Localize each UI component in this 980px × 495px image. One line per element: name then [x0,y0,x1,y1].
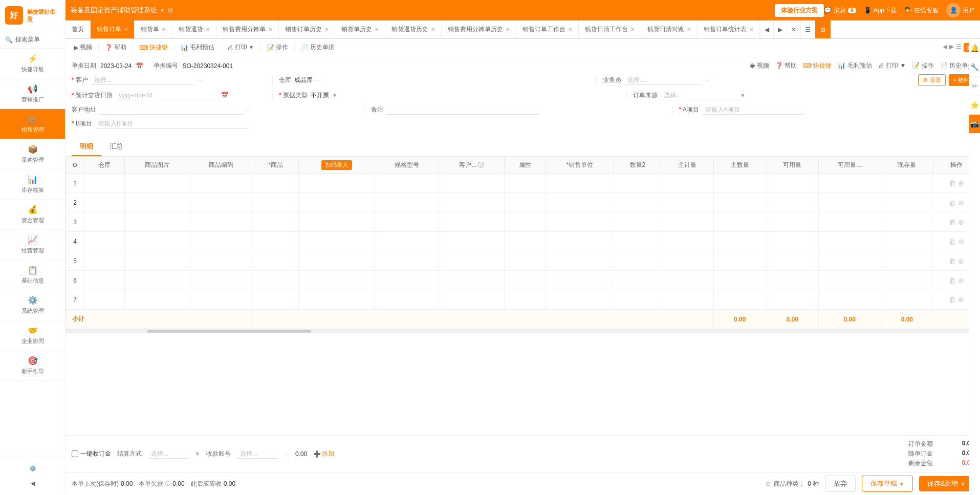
close-tab-icon[interactable]: ✕ [568,27,572,32]
sidebar-collapse-btn[interactable]: ◀ [0,476,65,491]
calendar-icon[interactable]: 📅 [136,62,143,70]
tab-fee-history[interactable]: 销售费用分摊单历史 ✕ [442,20,516,38]
b-project-input[interactable] [95,119,249,128]
toolbar-shortcut-btn[interactable]: ⌨ 快捷键 [137,42,170,53]
toolbar-history-btn[interactable]: 📄 历史单据 [299,42,337,53]
sidebar-settings-btn[interactable]: ⚙️ [0,461,65,476]
sidebar-item-search[interactable]: 🔍 搜索菜单 [0,31,65,49]
user-menu[interactable]: 👤 用户 [946,3,975,17]
tab-sales-order[interactable]: 销售订单 ✕ [91,20,135,38]
tab-sales-fee[interactable]: 销售费用分摊单 ✕ [216,20,279,38]
settings-gear-icon[interactable]: ⚙ [167,7,173,14]
shortcut-btn2[interactable]: ⌨ 快捷键 [803,61,832,70]
customer-more-icon[interactable]: ··· [197,77,202,84]
tab-prev-btn[interactable]: ◀ [760,20,773,38]
scan-button[interactable]: 扫码录入 [321,160,352,170]
print-btn2[interactable]: 🖨 打印 ▼ [878,61,906,70]
delete-row-icon[interactable]: 🗑 [949,295,956,304]
list-view-icon[interactable]: ☰ [956,43,962,52]
tab-sales-invoice[interactable]: 销货单 ✕ [135,20,172,38]
message-button[interactable]: 💬 消息 9 [824,6,856,15]
delete-row-icon[interactable]: 🗑 [949,257,956,265]
tab-invoice-history[interactable]: 销货单历史 ✕ [335,20,385,38]
close-tab-icon[interactable]: ✕ [162,27,166,32]
sidebar-item-inventory[interactable]: 📊 库存核算 [0,169,65,200]
right-panel-camera-icon[interactable]: 📷 [969,115,980,134]
account-more-icon[interactable]: ··· [284,450,289,458]
nav-prev-icon[interactable]: ◀ [943,43,947,52]
delete-row-icon[interactable]: 🗑 [949,179,956,187]
discard-button[interactable]: 放弃 [825,476,856,492]
copy-row-icon[interactable]: ⊕ [958,257,964,265]
tab-expand-btn[interactable]: ⊞ [815,20,831,38]
tab-summary[interactable]: 汇总 [101,138,131,156]
close-tab-icon[interactable]: ✕ [375,27,379,32]
copy-row-icon[interactable]: ⊕ [958,295,964,304]
nav-next-icon[interactable]: ▶ [949,43,954,52]
memo-input[interactable] [386,105,540,115]
right-panel-notification-icon[interactable]: 🔔 [969,39,980,58]
sidebar-item-purchase[interactable]: 📦 采购管理 [0,139,65,169]
right-panel-edit-icon[interactable]: ✏ [969,77,980,96]
customer-addr-input[interactable] [99,105,243,115]
toolbar-profit-btn[interactable]: 📊 毛利预估 [179,42,216,53]
a-project-input[interactable] [702,105,804,115]
quick-payment-checkbox[interactable]: 一键收订金 [72,449,111,458]
tab-close-btn[interactable]: ✕ [787,20,800,38]
add-payment-button[interactable]: ➕ 添加 [313,449,334,458]
sidebar-item-guide[interactable]: 🎯 新手引导 [0,351,65,381]
close-tab-icon[interactable]: ✕ [687,27,691,32]
profit-btn2[interactable]: 📊 毛利预估 [838,61,872,70]
tab-sales-return[interactable]: 销货退货 ✕ [172,20,216,38]
close-tab-icon[interactable]: ✕ [124,27,128,32]
horizontal-scrollbar[interactable] [66,329,980,333]
delete-row-icon[interactable]: 🗑 [949,218,956,226]
close-tab-icon[interactable]: ✕ [749,27,753,32]
calendar-icon2[interactable]: 📅 [221,92,229,99]
save-draft-button[interactable]: 保存草稿 ▼ [862,476,913,492]
right-panel-star-icon[interactable]: ⭐ [969,96,980,115]
payment-type-input[interactable] [148,449,189,459]
tab-cash-goods-account[interactable]: 钱货日清对账 ✕ [641,20,698,38]
receipt-account-input[interactable] [237,449,278,459]
operation-btn2[interactable]: 📝 操作 [912,61,933,70]
salesperson-more-icon[interactable]: ··· [704,77,709,84]
close-tab-icon[interactable]: ✕ [506,27,510,32]
sidebar-item-nav[interactable]: ⚡ 快捷导航 [0,49,65,79]
order-source-dropdown-icon[interactable]: ▼ [741,93,746,98]
sidebar-item-operation[interactable]: 📈 经营管理 [0,230,65,260]
th-scan[interactable]: 扫码录入 [298,157,375,174]
payment-type-dropdown-icon[interactable]: ▼ [195,451,200,457]
tab-return-history[interactable]: 销货退货历史 ✕ [385,20,442,38]
copy-row-icon[interactable]: ⊕ [958,179,964,187]
copy-row-icon[interactable]: ⊕ [958,276,964,285]
view-btn[interactable]: ◉ 视频 [750,61,769,70]
close-tab-icon[interactable]: ✕ [431,27,435,32]
help-btn2[interactable]: ❓ 帮助 [775,61,797,70]
toolbar-print-btn[interactable]: 🖨 打印 ▼ [225,42,256,53]
sidebar-item-system[interactable]: ⚙️ 系统管理 [0,290,65,320]
quick-payment-check[interactable] [72,450,78,457]
tab-cash-goods-workbench[interactable]: 钱货日清工作台 ✕ [579,20,641,38]
sidebar-item-sales[interactable]: 🛒 销售管理 [0,109,65,139]
app-download-button[interactable]: 📱 App下载 [864,6,897,15]
invoice-dropdown-icon[interactable]: ▼ [332,93,337,98]
save-new-button[interactable]: 保存&新增 ∨ [919,476,974,491]
sidebar-item-collab[interactable]: 🤝 企业协同 [0,320,65,351]
tab-order-workbench[interactable]: 销售订单工作台 ✕ [516,20,579,38]
copy-row-icon[interactable]: ⊕ [958,238,964,246]
delete-row-icon[interactable]: 🗑 [949,276,956,285]
tab-sales-order-history[interactable]: 销售订单历史 ✕ [279,20,335,38]
copy-row-icon[interactable]: ⊕ [958,199,964,207]
toolbar-help-btn[interactable]: ❓ 帮助 [103,42,128,53]
online-service-button[interactable]: 💁 在线客服 [904,6,939,15]
toolbar-video-btn[interactable]: ▶ 视频 [72,42,94,53]
settings-button[interactable]: ⚙ 设置 [918,74,945,86]
tab-sales-stats[interactable]: 销售订单统计表 ✕ [698,20,760,38]
scroll-thumb[interactable] [147,330,311,333]
copy-row-icon[interactable]: ⊕ [958,218,964,226]
sidebar-item-finance[interactable]: 💰 资金管理 [0,200,65,230]
sidebar-item-basic[interactable]: 📋 基础信息 [0,260,65,290]
order-source-input[interactable] [661,91,737,100]
right-panel-tools-icon[interactable]: 🔧 [969,58,980,77]
